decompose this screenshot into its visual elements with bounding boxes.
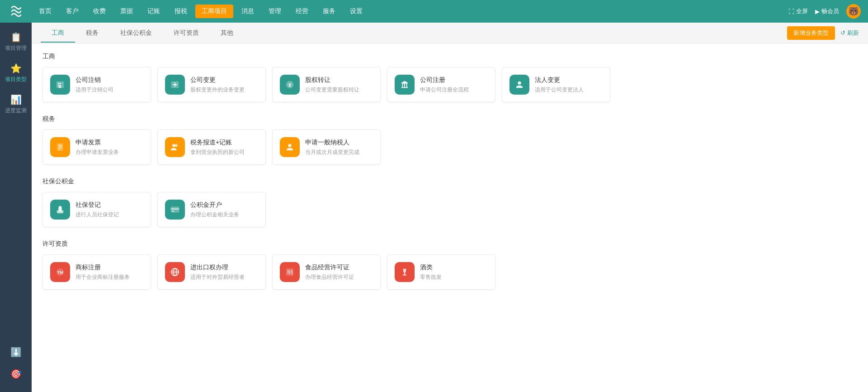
refresh-icon: ↺	[840, 29, 845, 36]
svg-rect-2	[60, 83, 61, 84]
svg-point-20	[172, 144, 175, 147]
svg-rect-13	[406, 84, 407, 87]
card-desc: 零售批发	[420, 273, 488, 281]
nav-item-管理[interactable]: 管理	[262, 5, 288, 18]
svg-rect-10	[402, 83, 408, 84]
fullscreen-label: 全屏	[796, 7, 808, 15]
cards-grid: 社保登记进行人员社保登记公积金开户办理公积金相关业务	[42, 192, 857, 227]
service-card[interactable]: 食品经营许可证办理食品经营许可证	[272, 254, 381, 290]
sidebar-item-项目类型[interactable]: ⭐项目类型	[0, 57, 32, 89]
card-info: 法人变更适用于公司变更法人	[535, 76, 603, 94]
tab-item-工商[interactable]: 工商	[41, 24, 75, 43]
card-title: 食品经营许可证	[305, 263, 373, 272]
cards-grid: TM商标注册用于企业商标注册服务进出口权办理适用于对外贸易经营者食品经营许可证办…	[42, 254, 857, 290]
fullscreen-button[interactable]: ⛶ 全屏	[788, 7, 808, 15]
svg-point-21	[175, 144, 178, 147]
sidebar-bottom-icon: 🎯	[10, 368, 22, 379]
svg-rect-24	[171, 208, 179, 210]
tab-item-社保公积金[interactable]: 社保公积金	[109, 24, 163, 43]
section-社保公积金: 社保公积金社保登记进行人员社保登记公积金开户办理公积金相关业务	[42, 177, 857, 227]
section-税务: 税务申请发票办理申请发票业务税务报道+记账拿到营业执照的新公司申请一般纳税人当月…	[42, 115, 857, 165]
logo	[7, 2, 25, 20]
svg-point-15	[518, 81, 521, 85]
card-icon	[395, 75, 415, 95]
service-card[interactable]: 公积金开户办理公积金相关业务	[157, 192, 266, 227]
avatar[interactable]: 🐻	[846, 4, 861, 19]
section-工商: 工商公司注销适用于注销公司公司变更股权变更外的业务变更¥股权转让公司变更需要股权…	[42, 53, 857, 102]
card-title: 社保登记	[75, 201, 143, 209]
cards-grid: 公司注销适用于注销公司公司变更股权变更外的业务变更¥股权转让公司变更需要股权转让…	[42, 67, 857, 102]
vip-button[interactable]: ▶ 畅会员	[815, 7, 839, 15]
scroll-content[interactable]: 工商公司注销适用于注销公司公司变更股权变更外的业务变更¥股权转让公司变更需要股权…	[32, 43, 868, 392]
nav-item-工商项目[interactable]: 工商项目	[195, 5, 233, 18]
svg-rect-11	[402, 84, 403, 87]
svg-rect-5	[59, 86, 61, 88]
service-card[interactable]: TM商标注册用于企业商标注册服务	[42, 254, 151, 290]
card-title: 酒类	[420, 263, 488, 272]
card-icon	[165, 137, 185, 157]
card-desc: 申请公司注册全流程	[420, 86, 488, 94]
sidebar-icon: ⭐	[10, 63, 22, 74]
nav-item-设置[interactable]: 设置	[344, 5, 369, 18]
service-card[interactable]: 社保登记进行人员社保登记	[42, 192, 151, 227]
nav-item-消息[interactable]: 消息	[235, 5, 260, 18]
card-title: 公司变更	[190, 76, 258, 84]
card-icon: ¥	[280, 75, 300, 95]
card-title: 申请一般纳税人	[305, 139, 373, 147]
service-card[interactable]: 税务报道+记账拿到营业执照的新公司	[157, 129, 266, 165]
service-card[interactable]: 酒类零售批发	[387, 254, 495, 290]
refresh-label: 刷新	[847, 29, 859, 37]
card-desc: 进行人员社保登记	[75, 211, 143, 219]
sidebar-bottom-item[interactable]: 🎯	[0, 363, 32, 385]
service-card[interactable]: 法人变更适用于公司变更法人	[502, 67, 610, 102]
sidebar-item-项目管理[interactable]: 📋项目管理	[0, 26, 32, 57]
service-card[interactable]: 进出口权办理适用于对外贸易经营者	[157, 254, 266, 290]
svg-rect-9	[401, 87, 408, 88]
service-card[interactable]: 公司注册申请公司注册全流程	[387, 67, 495, 102]
cards-grid: 申请发票办理申请发票业务税务报道+记账拿到营业执照的新公司申请一般纳税人当月或次…	[42, 129, 857, 165]
nav-item-服务[interactable]: 服务	[316, 5, 342, 18]
tab-item-其他[interactable]: 其他	[210, 24, 244, 43]
sidebar-icon: 📊	[10, 94, 22, 105]
nav-item-客户[interactable]: 客户	[60, 5, 85, 18]
nav-item-报税[interactable]: 报税	[168, 5, 193, 18]
card-info: 食品经营许可证办理食品经营许可证	[305, 263, 373, 281]
tab-item-许可资质[interactable]: 许可资质	[163, 24, 210, 43]
tab-item-税务[interactable]: 税务	[75, 24, 109, 43]
svg-rect-12	[404, 84, 405, 87]
new-type-button[interactable]: 新增业务类型	[787, 26, 835, 40]
nav-item-收费[interactable]: 收费	[87, 5, 112, 18]
card-desc: 办理食品经营许可证	[305, 273, 373, 281]
service-card[interactable]: 申请一般纳税人当月或次月成变更完成	[272, 129, 381, 165]
section-title: 许可资质	[42, 240, 857, 248]
svg-rect-3	[58, 85, 59, 86]
card-icon	[165, 75, 185, 95]
nav-item-票据[interactable]: 票据	[114, 5, 139, 18]
sidebar-bottom: ⬇️🎯	[0, 341, 32, 392]
card-info: 进出口权办理适用于对外贸易经营者	[190, 263, 258, 281]
card-title: 商标注册	[75, 263, 143, 272]
card-desc: 拿到营业执照的新公司	[190, 148, 258, 156]
refresh-button[interactable]: ↺ 刷新	[840, 29, 859, 37]
service-card[interactable]: 公司变更股权变更外的业务变更	[157, 67, 266, 102]
card-icon	[50, 137, 70, 157]
sidebar-item-进度监测[interactable]: 📊进度监测	[0, 89, 32, 120]
service-card[interactable]: ¥股权转让公司变更需要股权转让	[272, 67, 381, 102]
sidebar-bottom-item[interactable]: ⬇️	[0, 341, 32, 363]
card-info: 公司注册申请公司注册全流程	[420, 76, 488, 94]
sidebar-item-label: 项目类型	[5, 76, 27, 83]
sidebar: 📋项目管理⭐项目类型📊进度监测 ⬇️🎯	[0, 23, 32, 392]
nav-right: ⛶ 全屏 ▶ 畅会员 🐻	[788, 4, 861, 19]
card-info: 公司变更股权变更外的业务变更	[190, 76, 258, 94]
nav-item-经营[interactable]: 经营	[289, 5, 315, 18]
nav-item-记账[interactable]: 记账	[141, 5, 166, 18]
card-info: 公司注销适用于注销公司	[75, 76, 143, 94]
card-info: 商标注册用于企业商标注册服务	[75, 263, 143, 281]
card-desc: 适用于公司变更法人	[535, 86, 603, 94]
card-desc: 办理申请发票业务	[75, 148, 143, 156]
service-card[interactable]: 申请发票办理申请发票业务	[42, 129, 151, 165]
card-title: 公司注册	[420, 76, 488, 84]
card-icon	[509, 75, 529, 95]
nav-item-首页[interactable]: 首页	[33, 5, 58, 18]
service-card[interactable]: 公司注销适用于注销公司	[42, 67, 151, 102]
